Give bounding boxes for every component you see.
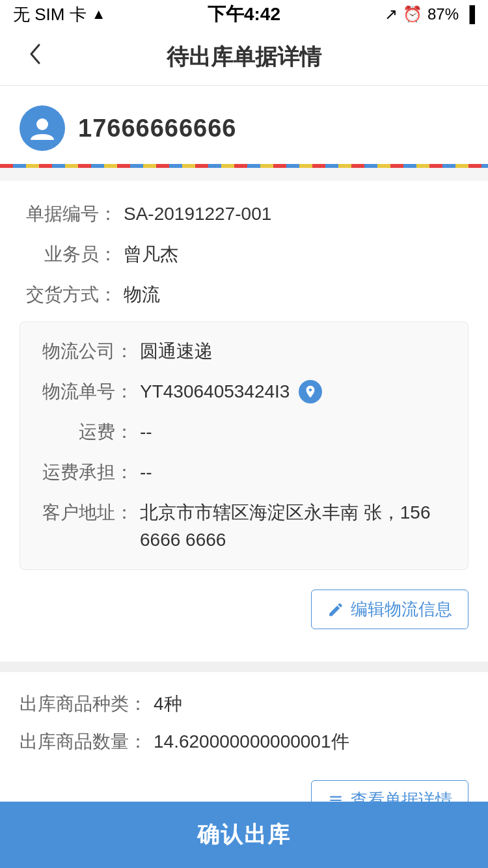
- status-left: 无 SIM 卡 ▲: [13, 3, 105, 26]
- salesperson-row: 业务员： 曾凡杰: [20, 241, 468, 268]
- customer-header: 17666666666: [0, 86, 488, 164]
- page-content: 17666666666 单据编号： SA-20191227-001 业务员： 曾…: [0, 86, 488, 868]
- freight-label: 运费：: [36, 418, 140, 446]
- goods-type-row: 出库商品种类： 4种: [20, 692, 468, 716]
- goods-type-label: 出库商品种类：: [20, 692, 154, 716]
- wifi-icon: ▲: [92, 6, 106, 23]
- logistics-tracking-value: YT43064053424I3: [140, 378, 452, 405]
- address-row: 客户地址： 北京市市辖区海淀区永丰南 张，156 6666 6666: [36, 499, 452, 554]
- location-icon: ↗: [385, 5, 398, 23]
- carrier-label: 无 SIM 卡: [13, 3, 87, 26]
- page-title: 待出库单据详情: [167, 42, 321, 72]
- order-number-row: 单据编号： SA-20191227-001: [20, 200, 468, 228]
- section-divider: [0, 662, 488, 672]
- logistics-card: 物流公司： 圆通速递 物流单号： YT43064053424I3 运费：: [20, 321, 468, 570]
- battery-label: 87%: [427, 5, 459, 23]
- avatar: [20, 105, 65, 151]
- confirm-outbound-button[interactable]: 确认出库: [0, 802, 488, 868]
- alarm-icon: ⏰: [403, 5, 422, 23]
- freight-row: 运费： --: [36, 418, 452, 446]
- svg-point-0: [36, 118, 48, 130]
- logistics-company-label: 物流公司：: [36, 338, 140, 365]
- back-button[interactable]: [20, 33, 51, 81]
- customer-phone: 17666666666: [78, 115, 236, 142]
- order-number-label: 单据编号：: [20, 200, 124, 228]
- order-info-section: 单据编号： SA-20191227-001 业务员： 曾凡杰 交货方式： 物流 …: [0, 181, 488, 662]
- goods-quantity-value: 14.620000000000001件: [154, 729, 468, 754]
- delivery-label: 交货方式：: [20, 281, 124, 308]
- salesperson-value: 曾凡杰: [124, 241, 468, 268]
- delivery-value: 物流: [124, 281, 468, 308]
- edit-logistics-button[interactable]: 编辑物流信息: [311, 590, 468, 629]
- logistics-company-value: 圆通速递: [140, 338, 452, 365]
- salesperson-label: 业务员：: [20, 241, 124, 268]
- nav-bar: 待出库单据详情: [0, 29, 488, 86]
- freight-bear-value: --: [140, 459, 452, 486]
- status-bar: 无 SIM 卡 ▲ 下午4:42 ↗ ⏰ 87% ▐: [0, 0, 488, 29]
- edit-btn-row: 编辑物流信息: [20, 583, 468, 642]
- freight-bear-label: 运费承担：: [36, 459, 140, 486]
- status-time: 下午4:42: [208, 2, 280, 27]
- track-location-button[interactable]: [299, 380, 322, 403]
- logistics-tracking-row: 物流单号： YT43064053424I3: [36, 378, 452, 405]
- confirm-outbound-label: 确认出库: [197, 822, 291, 847]
- battery-icon: ▐: [464, 5, 475, 23]
- delivery-row: 交货方式： 物流: [20, 281, 468, 308]
- order-number-value: SA-20191227-001: [124, 200, 468, 228]
- address-label: 客户地址：: [36, 499, 140, 526]
- goods-quantity-row: 出库商品数量： 14.620000000000001件: [20, 729, 468, 754]
- goods-quantity-label: 出库商品数量：: [20, 729, 154, 754]
- goods-type-value: 4种: [154, 692, 468, 716]
- logistics-tracking-label: 物流单号：: [36, 378, 140, 405]
- freight-bear-row: 运费承担： --: [36, 459, 452, 486]
- dashed-divider: [0, 164, 488, 168]
- address-value: 北京市市辖区海淀区永丰南 张，156 6666 6666: [140, 499, 452, 554]
- freight-value: --: [140, 418, 452, 446]
- status-right: ↗ ⏰ 87% ▐: [385, 5, 475, 23]
- logistics-company-row: 物流公司： 圆通速递: [36, 338, 452, 365]
